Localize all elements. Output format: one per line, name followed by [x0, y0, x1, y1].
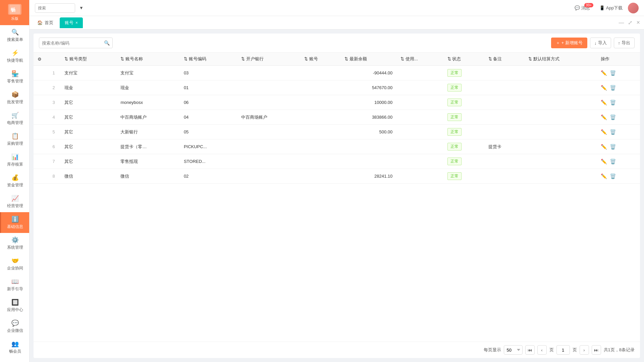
- sidebar-item-quick-nav[interactable]: ⚡ 快捷导航: [0, 46, 29, 67]
- account-search-input[interactable]: [42, 41, 104, 46]
- cell-name: 零售抵现: [116, 154, 179, 169]
- cell-settings: [34, 139, 47, 154]
- edit-icon[interactable]: ✏️: [601, 173, 607, 179]
- col-account[interactable]: ⇅ 账号: [300, 53, 340, 66]
- delete-icon[interactable]: 🗑️: [610, 100, 616, 106]
- import-icon: ↓: [594, 41, 597, 46]
- avatar[interactable]: [628, 3, 639, 13]
- cell-action: ✏️ 🗑️: [597, 66, 640, 80]
- logo-text: 乐版: [11, 16, 18, 21]
- basic-info-icon: ℹ️: [11, 216, 19, 223]
- sidebar-item-wechat[interactable]: 💬 企业微信: [0, 316, 29, 337]
- cell-type: 其它: [60, 95, 116, 110]
- delete-icon[interactable]: 🗑️: [610, 144, 616, 150]
- minimize-button[interactable]: —: [617, 19, 625, 26]
- sidebar-item-ecommerce[interactable]: 🛒 电商管理: [0, 108, 29, 129]
- cell-bank: [237, 154, 300, 169]
- cell-status: 正常: [443, 95, 484, 110]
- sidebar-item-purchase[interactable]: 📋 采购管理: [0, 129, 29, 150]
- sort-icon: ⇅: [344, 56, 348, 61]
- search-icon[interactable]: 🔍: [104, 40, 110, 46]
- col-bank[interactable]: ⇅ 开户银行: [237, 53, 300, 66]
- col-name[interactable]: ⇅ 账号名称: [116, 53, 179, 66]
- sidebar-item-label: 搜索菜单: [7, 37, 23, 43]
- delete-icon[interactable]: 🗑️: [610, 85, 616, 91]
- status-badge: 正常: [447, 128, 462, 136]
- sidebar-item-member[interactable]: 👥 畅会员: [0, 337, 29, 358]
- tab-home[interactable]: 🏠 首页: [32, 17, 58, 28]
- delete-icon[interactable]: 🗑️: [610, 70, 616, 76]
- export-label: 导出: [622, 40, 630, 46]
- add-account-button[interactable]: ＋ + 新增账号: [551, 38, 587, 48]
- sidebar-logo[interactable]: 畅 乐版: [0, 0, 29, 25]
- fullscreen-button[interactable]: ⤢: [627, 19, 634, 26]
- sidebar-item-retail[interactable]: 🏪 零售管理: [0, 67, 29, 87]
- page-input[interactable]: [556, 345, 570, 355]
- sidebar-item-ops[interactable]: 📈 经营管理: [0, 191, 29, 212]
- guide-icon: 📖: [11, 278, 19, 285]
- edit-icon[interactable]: ✏️: [601, 70, 607, 76]
- col-balance[interactable]: ⇅ 最新余额: [340, 53, 396, 66]
- sidebar-item-enterprise[interactable]: 🤝 企业协同: [0, 254, 29, 275]
- finance-icon: 💰: [11, 174, 19, 181]
- panel-footer: 每页显示 50 100 200 ⏮ ‹ 页 页 › ⏭ 共1页，8条记录: [34, 342, 640, 358]
- inventory-icon: 📊: [11, 153, 19, 161]
- cell-note: [484, 95, 524, 110]
- next-page-button[interactable]: ›: [580, 345, 589, 355]
- edit-icon[interactable]: ✏️: [601, 85, 607, 91]
- app-download-button[interactable]: 📱 App下载: [599, 5, 623, 11]
- first-page-button[interactable]: ⏮: [525, 345, 535, 355]
- cell-usage: [396, 125, 443, 139]
- tab-close-icon[interactable]: ×: [75, 20, 78, 25]
- cell-type: 其它: [60, 110, 116, 125]
- cell-action: ✏️ 🗑️: [597, 80, 640, 95]
- col-default-settlement[interactable]: ⇅ 默认结算方式: [524, 53, 596, 66]
- import-button[interactable]: ↓ 导入: [590, 38, 611, 48]
- cell-note: [484, 154, 524, 169]
- export-button[interactable]: ↑ 导出: [614, 38, 635, 48]
- col-type[interactable]: ⇅ 账号类型: [60, 53, 116, 66]
- header-search-input[interactable]: [35, 3, 75, 13]
- delete-icon[interactable]: 🗑️: [610, 114, 616, 120]
- edit-icon[interactable]: ✏️: [601, 144, 607, 150]
- edit-icon[interactable]: ✏️: [601, 100, 607, 106]
- sidebar-item-app-center[interactable]: 🔲 应用中心: [0, 295, 29, 316]
- cell-code: 03: [180, 66, 237, 80]
- sidebar-item-label: 零售管理: [7, 78, 23, 84]
- sidebar-item-guide[interactable]: 📖 新手引导: [0, 275, 29, 295]
- cell-account: [300, 110, 340, 125]
- message-button[interactable]: 💬 消息 99+: [575, 5, 590, 11]
- delete-icon[interactable]: 🗑️: [610, 159, 616, 165]
- sidebar-item-wholesale[interactable]: 📦 批发管理: [0, 87, 29, 108]
- delete-icon[interactable]: 🗑️: [610, 173, 616, 179]
- delete-icon[interactable]: 🗑️: [610, 129, 616, 135]
- sidebar-item-system[interactable]: ⚙️ 系统管理: [0, 233, 29, 254]
- col-action: 操作: [597, 53, 640, 66]
- col-code[interactable]: ⇅ 账号编码: [180, 53, 237, 66]
- sidebar-item-search-menu[interactable]: 🔍 搜索菜单: [0, 25, 29, 46]
- edit-icon[interactable]: ✏️: [601, 159, 607, 165]
- cell-note: [484, 66, 524, 80]
- col-usage[interactable]: ⇅ 使用...: [396, 53, 443, 66]
- edit-icon[interactable]: ✏️: [601, 129, 607, 135]
- cell-name: 大新银行: [116, 125, 179, 139]
- cell-action: ✏️ 🗑️: [597, 154, 640, 169]
- col-note[interactable]: ⇅ 备注: [484, 53, 524, 66]
- col-status[interactable]: ⇅ 状态: [443, 53, 484, 66]
- prev-page-button[interactable]: ‹: [537, 345, 547, 355]
- cell-settings: [34, 110, 47, 125]
- edit-icon[interactable]: ✏️: [601, 114, 607, 120]
- sidebar-item-basic-info[interactable]: ℹ️ 基础信息: [0, 212, 29, 233]
- header-dropdown[interactable]: ▼: [79, 5, 84, 10]
- cell-action: ✏️ 🗑️: [597, 169, 640, 184]
- per-page-select[interactable]: 50 100 200: [504, 345, 523, 355]
- sidebar-item-finance[interactable]: 💰 资金管理: [0, 171, 29, 191]
- tab-account[interactable]: 账号 ×: [60, 17, 83, 28]
- close-window-button[interactable]: ×: [635, 18, 641, 27]
- retail-icon: 🏪: [11, 70, 19, 77]
- sidebar-item-inventory[interactable]: 📊 库存核算: [0, 150, 29, 171]
- cell-type: 微信: [60, 169, 116, 184]
- col-settings[interactable]: ⚙: [34, 53, 47, 66]
- last-page-button[interactable]: ⏭: [592, 345, 601, 355]
- quick-nav-icon: ⚡: [11, 49, 19, 57]
